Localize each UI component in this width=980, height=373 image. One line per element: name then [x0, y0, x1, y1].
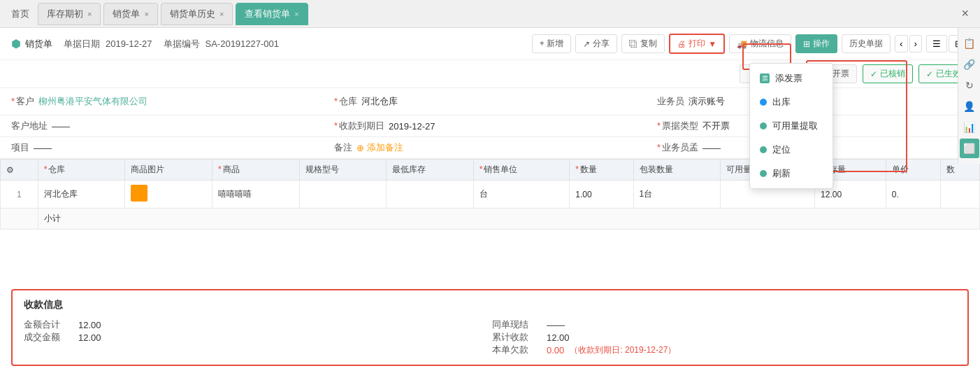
tab-home[interactable]: 首页	[6, 3, 35, 24]
project-field: 项目 ——	[11, 141, 323, 154]
available-qty-label: 可用量提取	[772, 120, 818, 132]
tab-sales-history[interactable]: 销货单历史 ×	[161, 3, 233, 25]
col-package-qty: 包装数量	[633, 160, 721, 181]
warehouse-field: 仓库 河北仓库	[334, 95, 646, 108]
tab-close-sales[interactable]: ×	[144, 10, 148, 18]
warehouse-label: 仓库	[334, 95, 357, 108]
dropdown-available-qty[interactable]: 可用量提取	[750, 114, 833, 138]
balance-row: 本单欠款 0.00 （收款到期日: 2019-12-27）	[492, 344, 956, 356]
customer-label: 客户	[11, 95, 34, 108]
outbound-icon	[760, 99, 767, 106]
dropdown-locate[interactable]: 定位	[750, 138, 833, 162]
window-close-button[interactable]: ×	[956, 6, 974, 21]
copy-icon: ⿻	[629, 39, 637, 49]
logistics-button[interactable]: 🚚 物流信息	[729, 34, 791, 53]
doc-header: ⬢ 销货单 单据日期 2019-12-27 单据编号 SA-20191227-0…	[0, 28, 980, 60]
warehouse-value: 河北仓库	[361, 95, 398, 108]
sidebar-icon-5[interactable]: 📊	[960, 118, 979, 137]
salesperson-value: ——	[702, 143, 721, 153]
sidebar-icon-4[interactable]: 👤	[960, 97, 979, 116]
sidebar-icon-1[interactable]: 📋	[960, 34, 979, 53]
share-icon: ↗	[583, 39, 590, 49]
row-spec	[299, 181, 387, 209]
note-field: 备注 ⊕ 添加备注	[334, 141, 646, 154]
dropdown-add-invoice[interactable]: 票 添发票	[750, 66, 833, 90]
doc-title: ⬢ 销货单	[11, 37, 52, 50]
doc-number-label: 单据编号 SA-20191227-001	[164, 38, 280, 50]
tab-sales[interactable]: 销货单 ×	[103, 3, 157, 25]
col-product: 商品	[212, 160, 299, 181]
history-button[interactable]: 历史单据	[842, 34, 891, 53]
row-unit-price: 0.	[886, 181, 941, 209]
doc-number-value: SA-20191227-001	[206, 38, 280, 49]
add-note-button[interactable]: ⊕ 添加备注	[356, 141, 403, 154]
tab-close-inventory[interactable]: ×	[87, 10, 92, 18]
row-num: 1	[1, 181, 38, 209]
payment-left: 金额合计 12.00 成交金额 12.00	[24, 318, 488, 356]
operations-button[interactable]: ⊞ 操作	[795, 34, 837, 53]
list-view-button[interactable]: ☰	[926, 35, 947, 52]
same-order-label: 同单现结	[492, 318, 541, 331]
due-date-label: 收款到期日	[334, 120, 384, 132]
payment-grid: 金额合计 12.00 成交金额 12.00 同单现结 —— 累计收款	[24, 318, 956, 356]
refresh-icon	[760, 170, 767, 177]
row-sales-unit: 台	[473, 181, 569, 209]
sidebar-icon-6[interactable]: ⬜	[960, 139, 979, 158]
balance-note: （收款到期日: 2019-12-27）	[570, 344, 676, 356]
operations-dropdown: 票 添发票 出库 可用量提取 定位 刷新	[749, 63, 833, 189]
outbound-label: 出库	[772, 96, 791, 108]
tab-bar-right: ×	[956, 6, 974, 21]
subtotal-row: 小计	[1, 209, 980, 230]
row-amount	[941, 181, 980, 209]
row-quantity: 1.00	[570, 181, 633, 209]
staff-value: 演示账号	[689, 95, 725, 108]
print-button[interactable]: 🖨 打印 ▼	[669, 34, 725, 54]
new-button[interactable]: + 新增	[532, 34, 571, 53]
tab-inventory[interactable]: 库存期初 ×	[38, 3, 101, 25]
copy-button[interactable]: ⿻ 复制	[621, 34, 665, 53]
same-order-value: ——	[547, 320, 565, 330]
dropdown-outbound[interactable]: 出库	[750, 90, 833, 114]
doc-date-value: 2019-12-27	[106, 38, 152, 49]
same-order-row: 同单现结 ——	[492, 318, 956, 331]
locate-label: 定位	[772, 143, 791, 156]
doc-date-label: 单据日期 2019-12-27	[64, 38, 152, 50]
doc-meta: 单据日期 2019-12-27 单据编号 SA-20191227-001	[64, 38, 279, 50]
locate-icon	[760, 146, 767, 153]
tab-close-check-sales[interactable]: ×	[294, 10, 298, 18]
right-sidebar: 📋 🔗 ↻ 👤 📊 ⬜	[958, 28, 980, 164]
tab-check-sales[interactable]: 查看销货单 ×	[236, 3, 308, 25]
transaction-row: 成交金额 12.00	[24, 331, 488, 344]
prev-button[interactable]: ‹	[895, 35, 907, 52]
confirm-button[interactable]: ✓ 已核销	[863, 64, 913, 83]
row-product: 嘻嘻嘻嘻	[212, 181, 299, 209]
subtotal-label: 小计	[38, 209, 979, 230]
transaction-value: 12.00	[78, 332, 101, 343]
product-image-icon	[131, 185, 147, 202]
customer-value[interactable]: 柳州粤港平安气体有限公司	[38, 95, 147, 108]
row-product-image	[125, 181, 212, 209]
add-invoice-icon: 票	[760, 73, 770, 83]
dropdown-refresh[interactable]: 刷新	[750, 162, 833, 185]
effective-check-icon: ✓	[926, 69, 933, 79]
balance-value: 0.00	[547, 345, 564, 356]
col-settings[interactable]: ⚙	[1, 160, 38, 181]
refresh-label: 刷新	[772, 167, 791, 180]
due-date-field: 收款到期日 2019-12-27	[334, 120, 646, 132]
print-dropdown-icon: ▼	[708, 39, 716, 49]
payment-right: 同单现结 —— 累计收款 12.00 本单欠款 0.00 （收款到期日: 201…	[492, 318, 956, 356]
salesperson-label: 业务员孟	[657, 141, 698, 154]
sidebar-icon-3[interactable]: ↻	[960, 76, 979, 95]
share-button[interactable]: ↗ 分享	[575, 34, 617, 53]
row-warehouse: 河北仓库	[38, 181, 125, 209]
total-row: 金额合计 12.00	[24, 318, 488, 331]
sidebar-icon-2[interactable]: 🔗	[960, 55, 979, 74]
ticket-type-label: 票据类型	[657, 120, 698, 132]
tab-close-sales-history[interactable]: ×	[219, 10, 224, 18]
nav-arrows: ‹ ›	[895, 35, 922, 52]
cumulative-label: 累计收款	[492, 331, 541, 344]
col-quantity: 数量	[570, 160, 633, 181]
project-label: 项目	[11, 141, 29, 154]
col-unit-price: 单价	[886, 160, 941, 181]
next-button[interactable]: ›	[909, 35, 922, 52]
